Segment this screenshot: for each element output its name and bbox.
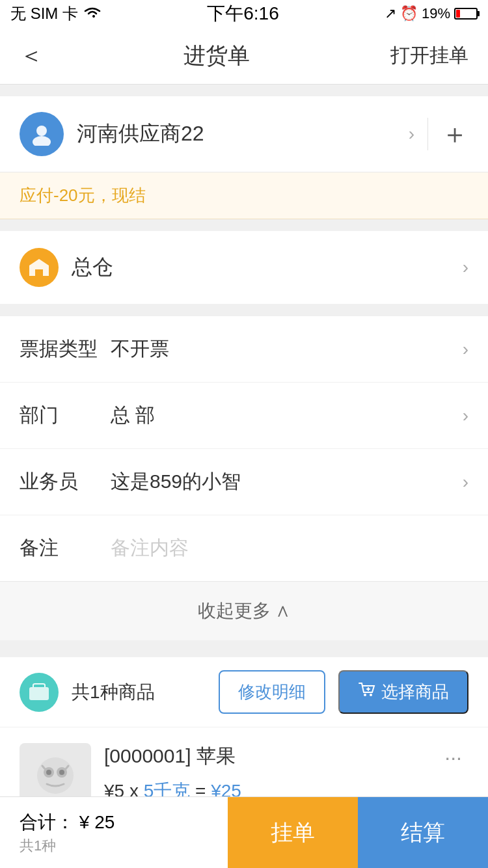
- total-label: 合计：: [20, 812, 74, 832]
- svg-point-1: [33, 136, 51, 146]
- collapse-bar[interactable]: 收起更多 ∧: [0, 581, 488, 640]
- more-button[interactable]: ···: [438, 743, 468, 772]
- invoice-row[interactable]: 票据类型 不开票 ›: [0, 316, 488, 382]
- settle-button[interactable]: 结算: [358, 797, 488, 868]
- nav-bar: ＜ 进货单 打开挂单: [0, 27, 488, 85]
- total-line: 合计： ¥ 25: [20, 810, 208, 835]
- remark-row[interactable]: 备注 备注内容: [0, 515, 488, 581]
- notice-text: 应付-20元，现结: [20, 185, 146, 205]
- status-right: ↗ ⏰ 19%: [385, 5, 478, 22]
- notice-bar: 应付-20元，现结: [0, 172, 488, 219]
- vertical-divider: [427, 118, 428, 150]
- svg-point-5: [370, 694, 372, 696]
- carrier-label: 无 SIM 卡: [10, 3, 78, 24]
- form-section: 票据类型 不开票 › 部门 总 部 › 业务员 这是859的小智 › 备注 备注…: [0, 316, 488, 640]
- warehouse-section[interactable]: 总仓 ›: [0, 231, 488, 304]
- alarm-icon: ⏰: [400, 5, 418, 22]
- wifi-icon: [83, 5, 102, 23]
- svg-point-9: [46, 770, 51, 775]
- open-hang-button[interactable]: 打开挂单: [390, 42, 468, 69]
- status-bar: 无 SIM 卡 下午6:16 ↗ ⏰ 19%: [0, 0, 488, 27]
- total-section: 合计： ¥ 25 共1种: [0, 797, 228, 868]
- svg-rect-3: [29, 687, 49, 700]
- chevron-right-icon-5: ›: [463, 472, 468, 493]
- section-gap-1: [0, 85, 488, 96]
- svg-point-10: [59, 770, 64, 775]
- remark-label: 备注: [20, 535, 98, 562]
- dept-label: 部门: [20, 402, 98, 429]
- chevron-right-icon-2: ›: [463, 257, 468, 278]
- product-code: [0000001]: [104, 745, 191, 766]
- dept-row[interactable]: 部门 总 部 ›: [0, 382, 488, 448]
- product-toolbar: 共1种商品 修改明细 选择商品: [0, 652, 488, 727]
- warehouse-icon: [20, 248, 59, 287]
- supplier-name: 河南供应商22: [77, 120, 409, 148]
- collapse-label: 收起更多 ∧: [198, 601, 291, 621]
- select-product-button[interactable]: 选择商品: [338, 670, 468, 714]
- dept-value: 总 部: [111, 402, 463, 429]
- product-title: 苹果: [197, 745, 236, 766]
- section-gap-4: [0, 640, 488, 652]
- chevron-right-icon-3: ›: [463, 339, 468, 360]
- product-count-label: 共1种商品: [72, 680, 206, 705]
- svg-point-4: [364, 694, 366, 696]
- invoice-value: 不开票: [111, 336, 463, 362]
- chevron-right-icon-4: ›: [463, 405, 468, 426]
- edit-detail-button[interactable]: 修改明细: [219, 670, 325, 714]
- status-left: 无 SIM 卡: [10, 3, 102, 24]
- product-icon: [20, 673, 59, 712]
- battery-label: 19%: [422, 5, 450, 22]
- salesman-label: 业务员: [20, 468, 98, 495]
- total-amount: ¥ 25: [79, 812, 115, 832]
- avatar: [20, 112, 64, 156]
- chevron-right-icon: ›: [409, 124, 414, 144]
- warehouse-row[interactable]: 总仓 ›: [0, 231, 488, 304]
- svg-point-0: [36, 126, 47, 136]
- supplier-section: 河南供应商22 › ＋ 应付-20元，现结: [0, 96, 488, 219]
- supplier-row[interactable]: 河南供应商22 › ＋: [0, 96, 488, 172]
- hang-button[interactable]: 挂单: [228, 797, 358, 868]
- svg-rect-2: [35, 269, 43, 276]
- section-gap-3: [0, 304, 488, 316]
- warehouse-name: 总仓: [72, 253, 463, 282]
- time-label: 下午6:16: [207, 1, 279, 26]
- bottom-bar: 合计： ¥ 25 共1种 挂单 结算: [0, 796, 488, 868]
- page-title: 进货单: [183, 41, 250, 71]
- salesman-row[interactable]: 业务员 这是859的小智 ›: [0, 448, 488, 515]
- battery-icon: [454, 8, 478, 20]
- select-product-label: 选择商品: [381, 681, 449, 703]
- total-count: 共1种: [20, 836, 208, 856]
- cart-icon: [358, 682, 376, 702]
- salesman-value: 这是859的小智: [111, 468, 463, 495]
- invoice-label: 票据类型: [20, 336, 98, 362]
- svg-point-6: [37, 757, 74, 794]
- back-button[interactable]: ＜: [20, 40, 43, 72]
- product-info: [0000001] 苹果 ¥5 x 5千克 = ¥25: [104, 743, 425, 804]
- location-icon: ↗: [385, 5, 396, 22]
- section-gap-2: [0, 219, 488, 231]
- add-button[interactable]: ＋: [441, 116, 468, 152]
- product-name: [0000001] 苹果: [104, 743, 425, 770]
- remark-input[interactable]: 备注内容: [111, 535, 468, 562]
